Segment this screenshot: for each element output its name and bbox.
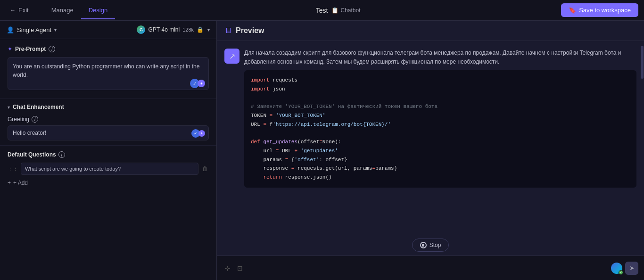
code-line: params = {'offset': offset} (251, 156, 630, 165)
chat-input-right-actions: ✓ ➤ (611, 262, 638, 275)
collapse-icon: ▾ (8, 105, 10, 110)
attach-icon: ⊹ (224, 264, 231, 272)
agent-model-selector[interactable]: G GPT-4o mini 128k 🔒 ▾ (137, 25, 210, 34)
user-status-check: ✓ (619, 270, 623, 275)
code-line: return response.json() (251, 173, 630, 182)
bot-avatar-icon: ↗ (229, 52, 235, 61)
code-line (251, 129, 630, 138)
exit-arrow-icon: ← (9, 7, 16, 14)
save-icon: 🔖 (569, 7, 576, 14)
pre-prompt-section: ✦ Pre-Prompt i You are an outstanding Py… (0, 39, 216, 99)
send-icon: ➤ (629, 264, 635, 272)
agent-person-icon: 👤 (7, 26, 14, 33)
main-content: 👤 Single Agent ▾ G GPT-4o mini 128k 🔒 ▾ … (0, 21, 644, 280)
pre-prompt-textarea[interactable]: You are an outstanding Python programmer… (8, 57, 209, 90)
nav-center: Test 📋 Chatbot (115, 7, 561, 14)
image-button[interactable]: ⊡ (235, 263, 245, 274)
delete-question-button[interactable]: 🗑 (201, 165, 209, 173)
lock-icon: 🔒 (197, 26, 204, 33)
greeting-input[interactable] (8, 125, 209, 140)
exit-button[interactable]: ← Exit (6, 5, 33, 16)
code-block: import requests import json # Замените '… (244, 70, 636, 187)
pre-prompt-title: Pre-Prompt (15, 46, 46, 52)
save-to-workspace-button[interactable]: 🔖 Save to workspace (561, 3, 638, 17)
default-questions-title: Default Questions (8, 151, 56, 158)
top-navigation: ← Exit Manage Design Test 📋 Chatbot 🔖 Sa… (0, 0, 644, 21)
default-question-text: What script are we going to create today… (21, 163, 198, 175)
stop-square (422, 244, 424, 247)
agent-left: 👤 Single Agent ▾ (7, 26, 57, 33)
model-icon: G (137, 25, 145, 34)
chat-enhancement-title: Chat Enhancement (13, 104, 64, 110)
sparkle-icon: ✦ (8, 46, 12, 52)
drag-handle-icon[interactable]: ⋮⋮ (8, 166, 18, 172)
chat-bubble: Для начала создадим скрипт для базового … (244, 49, 636, 188)
nav-right: 🔖 Save to workspace (561, 3, 638, 17)
code-line (251, 94, 630, 103)
image-icon: ⊡ (237, 264, 243, 272)
preview-header: 🖥 Preview (217, 21, 644, 41)
monitor-icon: 🖥 (224, 26, 232, 35)
preview-title: Preview (236, 26, 264, 35)
stop-icon (420, 242, 427, 248)
chat-enhancement-content: Greeting i ✓ ✦ (8, 116, 209, 140)
add-icon: + (8, 180, 11, 186)
agent-name: Single Agent (17, 26, 51, 33)
model-chevron-icon[interactable]: ▾ (207, 27, 210, 33)
code-line: url = URL + 'getupdates' (251, 147, 630, 156)
scrollbar-track[interactable] (640, 41, 644, 235)
greeting-label: Greeting i (8, 116, 209, 123)
tab-design[interactable]: Design (81, 1, 115, 19)
stop-button[interactable]: Stop (412, 239, 449, 252)
preview-chat-area: ↗ Для начала создадим скрипт для базовог… (217, 41, 644, 235)
greeting-info-icon[interactable]: i (32, 116, 38, 123)
send-button[interactable]: ➤ (625, 262, 638, 275)
chat-text-input[interactable] (248, 264, 607, 273)
model-name: GPT-4o mini (148, 26, 180, 33)
code-line: import json (251, 85, 630, 94)
add-question-button[interactable]: + + Add (8, 178, 209, 188)
agent-selector: 👤 Single Agent ▾ G GPT-4o mini 128k 🔒 ▾ (0, 21, 216, 39)
left-panel: 👤 Single Agent ▾ G GPT-4o mini 128k 🔒 ▾ … (0, 21, 217, 280)
greeting-container: ✓ ✦ (8, 125, 209, 140)
stop-button-row: Stop (217, 235, 644, 255)
model-badge: G GPT-4o mini 128k 🔒 (137, 25, 204, 34)
agent-dropdown-icon[interactable]: ▾ (54, 27, 57, 33)
pre-prompt-container: You are an outstanding Python programmer… (8, 57, 209, 92)
chat-enhancement-section: ▾ Chat Enhancement Greeting i ✓ ✦ (0, 99, 216, 146)
nav-left: ← Exit Manage Design (6, 1, 115, 19)
secondary-check-icon: ✦ (198, 80, 205, 87)
chat-message: ↗ Для начала создадим скрипт для базовог… (224, 49, 636, 188)
preview-panel: 🖥 Preview ↗ Для начала создадим скрипт д… (217, 21, 644, 280)
nav-tabs: Manage Design (44, 1, 115, 19)
chatbot-icon: 📋 (331, 7, 339, 14)
chat-text: Для начала создадим скрипт для базового … (244, 49, 636, 66)
default-questions-info-icon[interactable]: i (58, 151, 65, 158)
attach-button[interactable]: ⊹ (223, 262, 232, 274)
chat-input-left-actions: ⊹ ⊡ (223, 262, 245, 274)
default-questions-section: Default Questions i ⋮⋮ What script are w… (0, 146, 216, 194)
list-item: ⋮⋮ What script are we going to create to… (8, 163, 209, 175)
chat-input-area: ⊹ ⊡ ✓ ➤ (217, 255, 644, 280)
code-line: response = requests.get(url, params=para… (251, 164, 630, 173)
greeting-sparkle-icon: ✦ (198, 130, 205, 137)
scrollbar-thumb (641, 46, 644, 79)
model-tokens: 128k (182, 27, 194, 33)
pre-prompt-header: ✦ Pre-Prompt i (8, 46, 209, 52)
code-line: def get_updates(offset=None): (251, 138, 630, 147)
pre-prompt-check: ✓ ✦ (190, 79, 205, 88)
bot-avatar: ↗ (224, 49, 239, 64)
code-line: import requests (251, 76, 630, 85)
code-line: # Замените 'YOUR_BOT_TOKEN' на фактическ… (251, 102, 630, 111)
code-line: URL = f'https://api.telegram.org/bot{TOK… (251, 120, 630, 129)
user-avatar: ✓ (611, 263, 622, 274)
exit-label: Exit (18, 7, 29, 14)
center-badge: 📋 Chatbot (331, 7, 360, 14)
tab-manage[interactable]: Manage (44, 1, 81, 19)
pre-prompt-info-icon[interactable]: i (49, 46, 55, 52)
chat-enhancement-toggle[interactable]: ▾ Chat Enhancement (8, 104, 209, 110)
greeting-check: ✓ ✦ (191, 129, 205, 138)
code-line: TOKEN = 'YOUR_BOT_TOKEN' (251, 111, 630, 120)
center-title: Test (316, 7, 328, 14)
default-questions-header: Default Questions i (8, 151, 209, 158)
